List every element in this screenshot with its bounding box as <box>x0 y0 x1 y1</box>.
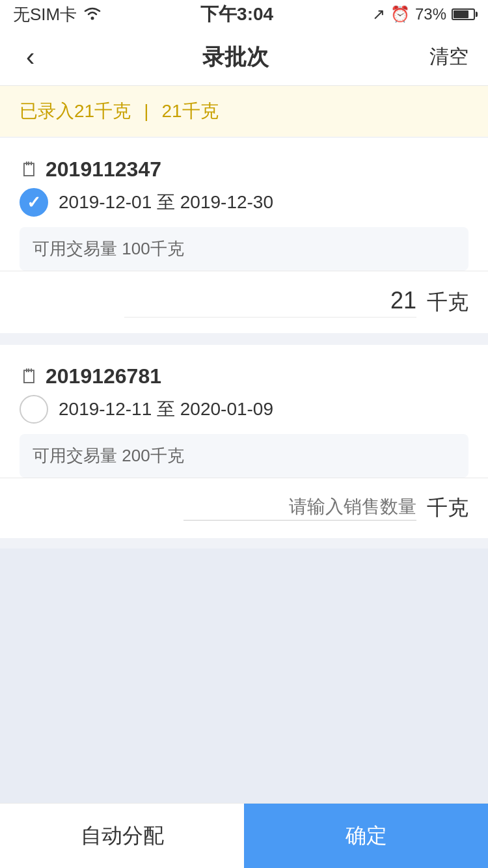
status-left: 无SIM卡 <box>13 3 102 26</box>
carrier-label: 无SIM卡 <box>13 3 77 26</box>
wifi-icon <box>83 5 102 25</box>
clear-button[interactable]: 清空 <box>429 44 468 70</box>
status-time: 下午3:04 <box>200 2 273 27</box>
batch-2-available: 可用交易量 200千克 <box>20 434 468 478</box>
batch-1-date: 2019-12-01 至 2019-12-30 <box>59 190 273 215</box>
page-title: 录批次 <box>202 42 269 72</box>
batch-card-2: 🗒 2019126781 2019-12-11 至 2020-01-09 可用交… <box>0 345 488 478</box>
back-button[interactable]: ‹ <box>20 36 41 78</box>
batch-2-id: 2019126781 <box>46 364 161 388</box>
status-bar: 无SIM卡 下午3:04 ↗ ⏰ 73% <box>0 0 488 29</box>
batch-2-quantity-input[interactable] <box>183 496 416 521</box>
svg-point-0 <box>91 16 94 20</box>
batch-1-quantity-row: 千克 <box>0 271 488 333</box>
bottom-bar: 自动分配 确定 <box>0 803 488 868</box>
batch-2-av: 200千克 <box>122 446 183 465</box>
batch-card-1: 🗒 2019112347 2019-12-01 至 2019-12-30 可用交… <box>0 138 488 271</box>
auto-distribute-button[interactable]: 自动分配 <box>0 804 244 868</box>
batch-1-date-row: 2019-12-01 至 2019-12-30 <box>20 188 468 217</box>
batch-2-icon: 🗒 <box>20 366 39 388</box>
confirm-button[interactable]: 确定 <box>244 804 488 868</box>
batch-1-icon: 🗒 <box>20 159 39 181</box>
batch-1-id: 2019112347 <box>46 157 161 182</box>
batch-1-av: 100千克 <box>122 239 183 258</box>
info-value: 21千克 <box>161 99 218 124</box>
batch-1-radio[interactable] <box>20 188 48 217</box>
batch-2-unit: 千克 <box>427 494 468 522</box>
nav-bar: ‹ 录批次 清空 <box>0 29 488 86</box>
status-right: ↗ ⏰ 73% <box>372 5 475 23</box>
recorded-amount-label: 已录入21千克 <box>20 99 131 124</box>
batch-1-available: 可用交易量 100千克 <box>20 227 468 271</box>
batch-2-date: 2019-12-11 至 2020-01-09 <box>59 397 273 422</box>
content-wrapper: 🗒 2019112347 2019-12-01 至 2019-12-30 可用交… <box>0 137 488 868</box>
batch-1-input-wrapper: 千克 <box>124 287 468 318</box>
batch-2-radio[interactable] <box>20 395 48 424</box>
batch-1-available-label: 可用交易量 <box>33 239 117 258</box>
batch-2-date-row: 2019-12-11 至 2020-01-09 <box>20 395 468 424</box>
batch-2-header: 🗒 2019126781 <box>20 364 468 388</box>
batch-2-input-wrapper: 千克 <box>183 494 468 522</box>
card-divider-2 <box>0 538 488 549</box>
battery-icon <box>452 8 475 20</box>
info-divider: | <box>144 101 148 122</box>
alarm-icon: ⏰ <box>390 5 410 23</box>
batch-1-quantity-input[interactable] <box>124 287 416 318</box>
batch-2-available-label: 可用交易量 <box>33 446 117 465</box>
batch-1-header: 🗒 2019112347 <box>20 157 468 182</box>
card-divider-1 <box>0 333 488 344</box>
batch-2-quantity-row: 千克 <box>0 478 488 538</box>
info-banner: 已录入21千克 | 21千克 <box>0 86 488 137</box>
battery-percent: 73% <box>415 5 446 23</box>
batch-1-unit: 千克 <box>427 288 468 317</box>
location-icon: ↗ <box>372 5 385 23</box>
